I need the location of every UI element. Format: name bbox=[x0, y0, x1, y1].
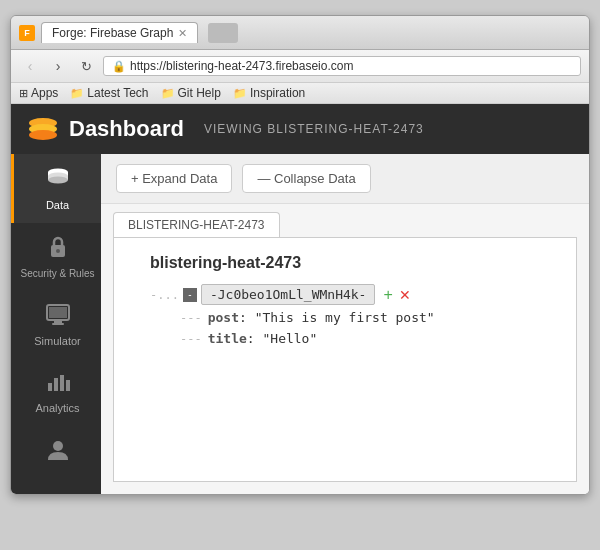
analytics-icon bbox=[46, 371, 70, 398]
browser-tab[interactable]: Forge: Firebase Graph ✕ bbox=[41, 22, 198, 43]
tab-title: Forge: Firebase Graph bbox=[52, 26, 173, 40]
post-property: post: "This is my first post" bbox=[208, 310, 435, 325]
svg-rect-13 bbox=[52, 323, 64, 325]
bookmarks-bar: ⊞ Apps 📁 Latest Tech 📁 Git Help 📁 Inspir… bbox=[11, 83, 589, 104]
sidebar-simulator-label: Simulator bbox=[34, 335, 80, 347]
bookmark-apps-label: Apps bbox=[31, 86, 58, 100]
data-tab-label: BLISTERING-HEAT-2473 bbox=[128, 218, 265, 232]
bookmark-inspiration[interactable]: 📁 Inspiration bbox=[233, 86, 305, 100]
sidebar-analytics-label: Analytics bbox=[35, 402, 79, 414]
toolbar-bar: + Expand Data — Collapse Data bbox=[101, 154, 589, 204]
svg-rect-14 bbox=[48, 383, 52, 391]
latest-tech-folder-icon: 📁 bbox=[70, 87, 84, 100]
svg-rect-17 bbox=[66, 380, 70, 391]
browser-window: F Forge: Firebase Graph ✕ ‹ › ↻ 🔒 https:… bbox=[10, 15, 590, 495]
app-subtitle: VIEWING BLISTERING-HEAT-2473 bbox=[204, 122, 424, 136]
delete-node-icon[interactable]: ✕ bbox=[397, 287, 413, 303]
bookmark-inspiration-label: Inspiration bbox=[250, 86, 305, 100]
svg-rect-11 bbox=[49, 307, 67, 318]
data-tab-blistering[interactable]: BLISTERING-HEAT-2473 bbox=[113, 212, 280, 237]
svg-rect-16 bbox=[60, 375, 64, 391]
app-container: Dashboard VIEWING BLISTERING-HEAT-2473 bbox=[11, 104, 589, 494]
tree-children: --- post: "This is my first post" --- ti… bbox=[130, 307, 560, 349]
new-tab-area bbox=[208, 23, 238, 43]
title-connector: --- bbox=[180, 332, 202, 346]
reload-button[interactable]: ↻ bbox=[75, 55, 97, 77]
main-content: + Expand Data — Collapse Data BLISTERING… bbox=[101, 154, 589, 494]
post-colon: : bbox=[239, 310, 255, 325]
svg-point-2 bbox=[29, 130, 57, 140]
data-panel: blistering-heat-2473 -... - -Jc0beo1OmLl… bbox=[113, 237, 577, 482]
title-key: title bbox=[208, 331, 247, 346]
bookmark-git-help[interactable]: 📁 Git Help bbox=[161, 86, 221, 100]
svg-point-9 bbox=[56, 249, 60, 253]
post-value: "This is my first post" bbox=[255, 310, 435, 325]
bookmark-git-help-label: Git Help bbox=[178, 86, 221, 100]
user-icon bbox=[46, 438, 70, 467]
logo-text: Dashboard bbox=[69, 116, 184, 142]
sidebar: Data Security & Rules bbox=[11, 154, 101, 494]
address-text: https://blistering-heat-2473.firebaseio.… bbox=[130, 59, 353, 73]
title-value: "Hello" bbox=[262, 331, 317, 346]
tree-child-post: --- post: "This is my first post" bbox=[180, 307, 560, 328]
tab-close-icon[interactable]: ✕ bbox=[178, 27, 187, 40]
sidebar-data-label: Data bbox=[46, 199, 69, 211]
sidebar-item-simulator[interactable]: Simulator bbox=[11, 292, 101, 359]
browser-favicon: F bbox=[19, 25, 35, 41]
git-help-folder-icon: 📁 bbox=[161, 87, 175, 100]
sidebar-item-data[interactable]: Data bbox=[11, 154, 101, 223]
logo-icon bbox=[27, 113, 59, 145]
bookmark-latest-tech-label: Latest Tech bbox=[87, 86, 148, 100]
browser-toolbar: ‹ › ↻ 🔒 https://blistering-heat-2473.fir… bbox=[11, 50, 589, 83]
svg-rect-12 bbox=[54, 321, 62, 323]
app-body: Data Security & Rules bbox=[11, 154, 589, 494]
bookmark-latest-tech[interactable]: 📁 Latest Tech bbox=[70, 86, 148, 100]
tab-bar: BLISTERING-HEAT-2473 bbox=[101, 204, 589, 237]
sidebar-item-user[interactable] bbox=[11, 426, 101, 479]
title-colon: : bbox=[247, 331, 263, 346]
app-logo: Dashboard bbox=[27, 113, 184, 145]
svg-point-18 bbox=[53, 441, 63, 451]
security-icon bbox=[47, 235, 69, 264]
tree-child-title: --- title: "Hello" bbox=[180, 328, 560, 349]
expand-data-button[interactable]: + Expand Data bbox=[116, 164, 232, 193]
collapse-data-button[interactable]: — Collapse Data bbox=[242, 164, 370, 193]
back-button[interactable]: ‹ bbox=[19, 55, 41, 77]
simulator-icon bbox=[46, 304, 70, 331]
title-property: title: "Hello" bbox=[208, 331, 318, 346]
address-bar[interactable]: 🔒 https://blistering-heat-2473.firebasei… bbox=[103, 56, 581, 76]
forward-button[interactable]: › bbox=[47, 55, 69, 77]
sidebar-item-analytics[interactable]: Analytics bbox=[11, 359, 101, 426]
add-child-icon[interactable]: + bbox=[383, 286, 392, 304]
sidebar-item-security[interactable]: Security & Rules bbox=[11, 223, 101, 292]
bookmark-apps[interactable]: ⊞ Apps bbox=[19, 86, 58, 100]
sidebar-security-label: Security & Rules bbox=[21, 268, 95, 280]
inspiration-folder-icon: 📁 bbox=[233, 87, 247, 100]
post-key: post bbox=[208, 310, 239, 325]
root-node-label: blistering-heat-2473 bbox=[130, 254, 560, 272]
apps-icon: ⊞ bbox=[19, 87, 28, 100]
tree-node-root: -... - -Jc0beo1OmLl_WMnH4k- + ✕ bbox=[130, 282, 560, 307]
collapse-icon[interactable]: - bbox=[183, 288, 197, 302]
svg-point-7 bbox=[48, 177, 68, 184]
dash-connector: -... bbox=[150, 288, 179, 302]
tree-key-label[interactable]: -Jc0beo1OmLl_WMnH4k- bbox=[201, 284, 376, 305]
post-connector: --- bbox=[180, 311, 202, 325]
ssl-icon: 🔒 bbox=[112, 60, 126, 73]
browser-titlebar: F Forge: Firebase Graph ✕ bbox=[11, 16, 589, 50]
svg-rect-15 bbox=[54, 378, 58, 391]
data-icon bbox=[46, 166, 70, 195]
app-header: Dashboard VIEWING BLISTERING-HEAT-2473 bbox=[11, 104, 589, 154]
